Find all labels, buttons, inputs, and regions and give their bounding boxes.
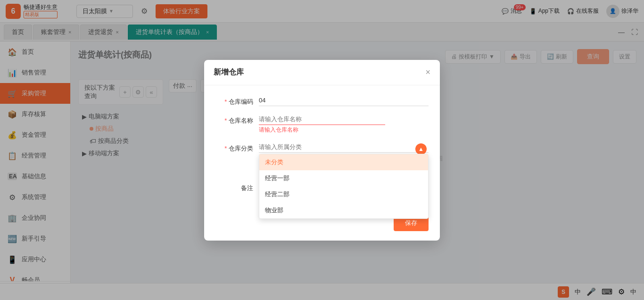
warehouse-category-label: 仓库分类 (215, 142, 253, 153)
warehouse-name-error: 请输入仓库名称 (259, 126, 385, 134)
category-dropdown-list: 未分类 经营一部 经营二部 物业部 (259, 154, 429, 219)
warehouse-name-row: 仓库名称 请输入仓库名称 (215, 114, 429, 134)
notes-label: 备注 (215, 181, 253, 192)
dialog-header: 新增仓库 × (204, 60, 440, 85)
overlay: 新增仓库 × 仓库编码 仓库名称 请输入仓库名称 (0, 0, 644, 300)
dropdown-item-dept1[interactable]: 经营一部 (259, 170, 428, 186)
dropdown-item-dept3[interactable]: 物业部 (259, 202, 428, 218)
warehouse-code-row: 仓库编码 (215, 95, 429, 106)
warehouse-code-input[interactable] (259, 95, 429, 106)
dropdown-item-unclassified[interactable]: 未分类 (259, 154, 428, 170)
warehouse-category-row: 仓库分类 ▲ 未分类 经营一部 经营二部 物业部 (215, 142, 429, 153)
warehouse-category-input[interactable] (259, 142, 429, 153)
warehouse-name-label: 仓库名称 (215, 114, 253, 125)
new-warehouse-dialog: 新增仓库 × 仓库编码 仓库名称 请输入仓库名称 (204, 60, 440, 241)
warehouse-name-input[interactable] (259, 114, 385, 125)
dialog-title: 新增仓库 (214, 67, 244, 77)
warehouse-category-wrapper: ▲ 未分类 经营一部 经营二部 物业部 (259, 142, 429, 153)
warehouse-code-label: 仓库编码 (215, 95, 253, 106)
dialog-close-button[interactable]: × (425, 68, 430, 76)
dropdown-toggle-button[interactable]: ▲ (415, 143, 427, 155)
dialog-body: 仓库编码 仓库名称 请输入仓库名称 仓库分类 ▲ (204, 85, 440, 209)
dropdown-item-dept2[interactable]: 经营二部 (259, 186, 428, 202)
